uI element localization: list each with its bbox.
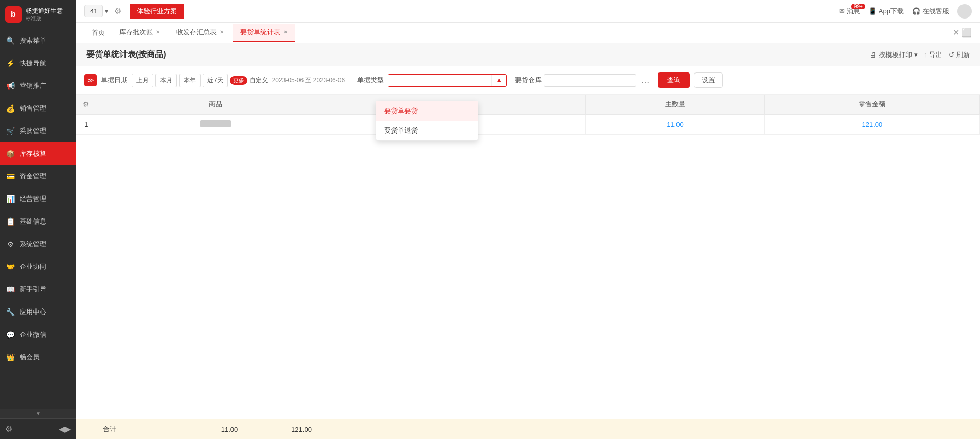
topbar: 41 ▾ ⚙ 体验行业方案 ✉ 消息 99+ 📱 App下载 🎧 在线客服 xyxy=(76,0,980,23)
nav-icon: 💳 xyxy=(5,171,15,181)
nav-label: 库存核算 xyxy=(20,149,46,158)
dropdown-item-1[interactable]: 要货单退货 xyxy=(376,121,478,140)
sidebar-item-企业微信[interactable]: 💬 企业微信 xyxy=(0,323,76,346)
nav-icon: 📦 xyxy=(5,149,15,159)
tab-home[interactable]: 首页 xyxy=(84,24,112,42)
print-dropdown-icon[interactable]: ▾ xyxy=(914,51,918,59)
nav-label: 资金管理 xyxy=(20,172,46,181)
export-icon: ↑ xyxy=(924,51,928,59)
sidebar-item-新手引导[interactable]: 📖 新手引导 xyxy=(0,278,76,301)
nav-label: 销售管理 xyxy=(20,104,46,113)
footer-label: 合计 xyxy=(103,425,116,434)
up-month-btn[interactable]: 上月 xyxy=(132,74,153,87)
message-badge: 99+ xyxy=(851,4,865,9)
footer-amount: 121.00 xyxy=(281,426,322,433)
sidebar-item-经营管理[interactable]: 📊 经营管理 xyxy=(0,188,76,210)
sidebar-item-应用中心[interactable]: 🔧 应用中心 xyxy=(0,301,76,323)
dropdown-item-0[interactable]: 要货单要货 xyxy=(376,101,478,121)
recent7-btn[interactable]: 近7天 xyxy=(203,74,228,87)
tab-close-icon[interactable]: ✕ xyxy=(220,29,224,35)
this-month-btn[interactable]: 本月 xyxy=(155,74,177,87)
type-input-group: ▲ xyxy=(388,74,507,87)
sidebar-item-营销推广[interactable]: 📢 营销推广 xyxy=(0,75,76,97)
tab-order-stats[interactable]: 要货单统计表 ✕ xyxy=(233,24,295,42)
tab-summary[interactable]: 收发存汇总表 ✕ xyxy=(169,24,231,42)
nav-label: 企业协同 xyxy=(20,262,46,271)
table-footer: 合计 11.00 121.00 xyxy=(76,419,980,439)
sidebar-item-企业协同[interactable]: 🤝 企业协同 xyxy=(0,255,76,278)
col-settings-header: ⚙ xyxy=(76,95,97,115)
nav-icon: 💬 xyxy=(5,330,15,340)
topbar-left: 41 ▾ ⚙ 体验行业方案 xyxy=(84,4,839,19)
phone-icon: 📱 xyxy=(868,7,877,15)
content-area: 要货单统计表(按商品) 🖨 按模板打印 ▾ ↑ 导出 ↺ 刷新 ≫ xyxy=(76,43,980,439)
app-download-btn[interactable]: 📱 App下载 xyxy=(868,7,904,16)
amount-link[interactable]: 121.00 xyxy=(862,121,882,129)
nav-label: 快捷导航 xyxy=(20,59,46,68)
quantity-link[interactable]: 11.00 xyxy=(667,121,684,129)
nav-icon: ⚙ xyxy=(5,239,15,249)
nav-icon: 🔧 xyxy=(5,307,15,317)
online-service-btn[interactable]: 🎧 在线客服 xyxy=(912,7,949,16)
warehouse-input[interactable] xyxy=(544,74,636,87)
sidebar-item-销售管理[interactable]: 💰 销售管理 xyxy=(0,97,76,120)
nav-label: 经营管理 xyxy=(20,194,46,204)
query-btn[interactable]: 查询 xyxy=(658,72,690,88)
nav-icon: 📊 xyxy=(5,194,15,204)
nav-icon: 🤝 xyxy=(5,262,15,272)
sidebar-item-搜索菜单[interactable]: 🔍 搜索菜单 xyxy=(0,29,76,52)
filter-toggle-btn[interactable]: ≫ xyxy=(84,74,97,86)
filter-settings-btn[interactable]: 设置 xyxy=(694,72,723,88)
tab-inventory-batch[interactable]: 库存批次账 ✕ xyxy=(112,24,167,42)
close-all-tabs-btn[interactable]: ✕ xyxy=(953,28,959,38)
nav-icon: ⚡ xyxy=(5,58,15,68)
type-filter-section: 单据类型 ▲ xyxy=(357,74,507,87)
filter-date-group: 上月 本月 本年 近7天 更多 自定义 xyxy=(132,74,268,87)
industry-btn[interactable]: 体验行业方案 xyxy=(130,4,184,19)
table-container: ⚙ 商品 主计量单位 主数量 零售金额 1 块 xyxy=(76,95,980,419)
refresh-btn[interactable]: ↺ 刷新 xyxy=(949,50,970,60)
export-btn[interactable]: ↑ 导出 xyxy=(924,50,943,60)
topbar-number: 41 xyxy=(84,5,103,17)
warehouse-filter-group: 要货仓库 … xyxy=(515,74,650,87)
row-quantity: 11.00 xyxy=(586,115,765,135)
more-badge[interactable]: 更多 xyxy=(230,76,247,85)
row-index: 1 xyxy=(76,115,97,135)
tab-close-icon[interactable]: ✕ xyxy=(156,29,160,35)
topbar-settings-icon[interactable]: ⚙ xyxy=(114,6,121,16)
col-product-header: 商品 xyxy=(97,95,334,115)
collapse-icon[interactable]: ◀▶ xyxy=(59,424,71,434)
col-quantity-header: 主数量 xyxy=(586,95,765,115)
expand-tabs-icon[interactable]: ⬜ xyxy=(961,28,972,38)
sidebar-item-库存核算[interactable]: 📦 库存核算 xyxy=(0,142,76,165)
sidebar-item-基础信息[interactable]: 📋 基础信息 xyxy=(0,210,76,233)
nav-label: 基础信息 xyxy=(20,217,46,226)
page-actions: 🖨 按模板打印 ▾ ↑ 导出 ↺ 刷新 xyxy=(870,50,970,60)
type-input[interactable] xyxy=(388,75,491,86)
type-dropdown-icon[interactable]: ▲ xyxy=(491,75,506,86)
topbar-dropdown-btn[interactable]: ▾ xyxy=(105,8,108,15)
sidebar: b 畅捷通好生意 标准版 🔍 搜索菜单 ⚡ 快捷导航 📢 营销推广 💰 销售管理… xyxy=(0,0,76,439)
sidebar-item-资金管理[interactable]: 💳 资金管理 xyxy=(0,165,76,188)
topbar-right: ✉ 消息 99+ 📱 App下载 🎧 在线客服 xyxy=(839,4,972,19)
more-dots-icon[interactable]: … xyxy=(640,75,650,86)
date-label: 单据日期 xyxy=(101,76,128,85)
sidebar-scroll-down[interactable]: ▼ xyxy=(0,409,76,418)
sidebar-item-快捷导航[interactable]: ⚡ 快捷导航 xyxy=(0,52,76,75)
tab-close-icon[interactable]: ✕ xyxy=(283,29,288,35)
warehouse-label: 要货仓库 xyxy=(515,76,542,85)
sidebar-nav: 🔍 搜索菜单 ⚡ 快捷导航 📢 营销推广 💰 销售管理 🛒 采购管理 📦 库存核… xyxy=(0,29,76,409)
settings-icon[interactable]: ⚙ xyxy=(5,424,12,434)
sidebar-item-畅会员[interactable]: 👑 畅会员 xyxy=(0,346,76,369)
user-avatar[interactable] xyxy=(957,4,972,19)
nav-icon: 📖 xyxy=(5,284,15,295)
message-icon: ✉ xyxy=(839,7,845,15)
print-btn[interactable]: 🖨 按模板打印 ▾ xyxy=(870,50,918,60)
col-settings-icon[interactable]: ⚙ xyxy=(83,100,90,108)
messages-btn[interactable]: ✉ 消息 99+ xyxy=(839,7,860,16)
custom-btn[interactable]: 自定义 xyxy=(250,76,268,85)
nav-label: 营销推广 xyxy=(20,81,46,90)
sidebar-item-采购管理[interactable]: 🛒 采购管理 xyxy=(0,120,76,142)
sidebar-item-系统管理[interactable]: ⚙ 系统管理 xyxy=(0,233,76,255)
this-year-btn[interactable]: 本年 xyxy=(179,74,201,87)
